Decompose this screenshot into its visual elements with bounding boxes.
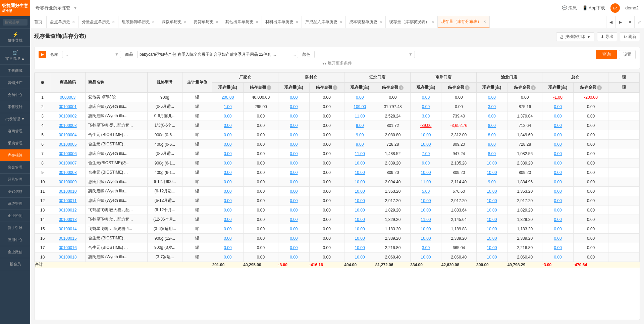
info-icon[interactable]: i — [465, 85, 470, 90]
col-chencuncang-qty[interactable]: 0.00 — [278, 149, 310, 158]
col-code[interactable]: 00100013 — [50, 215, 85, 224]
col-total-qty[interactable]: 0.00 — [542, 121, 574, 130]
print-btn[interactable]: 🖨 按模版打印 ▼ — [556, 32, 594, 41]
warehouse-input[interactable] — [64, 52, 115, 57]
col-jiangbei-qty[interactable]: 10.00 — [344, 215, 375, 224]
col-total-qty[interactable]: -1.00 — [542, 93, 574, 102]
nav-expand-btn[interactable]: ⤢ — [635, 16, 644, 28]
col-chencuncang-qty[interactable]: 0.00 — [278, 102, 310, 111]
col-nanan-qty[interactable]: 10.00 — [410, 205, 441, 215]
info-icon[interactable]: i — [267, 85, 271, 90]
col-chencuncang-qty[interactable]: 0.00 — [278, 130, 310, 140]
refresh-btn[interactable]: ↻ 刷新 — [620, 32, 640, 41]
col-jiangbei-qty[interactable]: 11.00 — [344, 149, 375, 158]
col-chencuncang-qty[interactable]: 0.00 — [278, 196, 310, 205]
col-total-qty[interactable]: 0.00 — [542, 140, 574, 149]
sidebar-item-system[interactable]: 系统管理 — [0, 198, 30, 210]
col-total-qty[interactable]: 0.00 — [542, 243, 574, 252]
col-yubei-qty[interactable]: 9.00 — [476, 177, 507, 187]
tab-stock-distribution[interactable]: 现存量（库存分布表） ✕ — [438, 16, 490, 28]
col-code[interactable]: 00100004 — [50, 130, 85, 140]
col-jiangbei-qty[interactable]: 0.00 — [344, 93, 375, 102]
sidebar-item-purchase[interactable]: 采购管理 — [0, 137, 30, 149]
col-code[interactable]: 00100002 — [50, 111, 85, 121]
sidebar-item-vip[interactable]: 畅会员 — [0, 258, 30, 270]
tab-home[interactable]: 首页 — [30, 16, 47, 28]
product-input[interactable] — [140, 52, 292, 57]
col-chencuncang-qty[interactable]: 0.00 — [278, 243, 310, 252]
close-icon[interactable]: ✕ — [112, 20, 115, 24]
sidebar-item-basics[interactable]: 基础信息 — [0, 186, 30, 198]
col-nanan-qty[interactable]: 10.00 — [410, 224, 441, 234]
close-icon[interactable]: ✕ — [339, 20, 342, 24]
close-icon[interactable]: ✕ — [483, 20, 486, 24]
col-changjiancang-qty[interactable]: 200.00 — [212, 93, 244, 102]
col-total-qty[interactable]: 0.00 — [542, 224, 574, 234]
col-nanan-qty[interactable]: 7.00 — [410, 149, 441, 158]
tab-stock-status[interactable]: 现存量（库存状况表） ✕ — [386, 16, 438, 28]
col-total-qty[interactable]: 0.00 — [542, 130, 574, 140]
sidebar-item-wholesale[interactable]: 批发管理 ▼ — [0, 113, 30, 125]
close-icon[interactable]: ✕ — [72, 20, 75, 24]
tab-assembly-history[interactable]: 组装拆卸单历史 ✕ — [118, 16, 158, 28]
close-icon[interactable]: ✕ — [216, 20, 218, 24]
filter-collapse-btn[interactable]: ▶ — [39, 51, 46, 58]
col-total-qty[interactable]: 0.00 — [542, 111, 574, 121]
col-jiangbei-qty[interactable]: 10.00 — [344, 234, 375, 243]
store-dropdown-icon[interactable]: ▼ — [73, 5, 77, 10]
col-yubei-qty[interactable]: 10.00 — [476, 224, 507, 234]
col-yubei-qty[interactable]: 10.00 — [476, 187, 507, 196]
col-nanan-qty[interactable]: 0.00 — [410, 93, 441, 102]
tab-inventory-check-history[interactable]: 盘点单历史 ✕ — [47, 16, 78, 28]
col-nanan-qty[interactable]: 3.00 — [410, 243, 441, 252]
col-chencuncang-qty[interactable]: 0.00 — [278, 215, 310, 224]
warehouse-dropdown-icon[interactable]: ▼ — [115, 52, 119, 57]
close-icon[interactable]: ✕ — [152, 20, 155, 24]
col-yubei-qty[interactable]: 10.00 — [476, 196, 507, 205]
col-chencuncang-qty[interactable]: 0.00 — [278, 187, 310, 196]
col-total-qty[interactable]: 0.00 — [542, 187, 574, 196]
col-yubei-qty[interactable]: 8.00 — [476, 149, 507, 158]
col-yubei-qty[interactable]: 9.00 — [476, 140, 507, 149]
col-chencuncang-qty[interactable]: 0.00 — [278, 177, 310, 187]
query-btn[interactable]: 查询 — [596, 50, 617, 59]
info-icon[interactable]: i — [333, 85, 337, 90]
sidebar-item-marketing[interactable]: 营销推广 — [0, 77, 30, 89]
sidebar-item-retail-mall[interactable]: 零售商城 — [0, 65, 30, 77]
col-total-qty[interactable]: 0.00 — [542, 149, 574, 158]
col-yubei-qty[interactable]: 10.00 — [476, 168, 507, 177]
info-icon[interactable]: i — [597, 85, 602, 90]
col-nanan-qty[interactable]: 11.00 — [410, 215, 441, 224]
sidebar-item-retail-mgmt[interactable]: 🛒 零售管理 ▲ — [0, 47, 30, 65]
col-jiangbei-qty[interactable]: 11.00 — [344, 111, 375, 121]
col-chencuncang-qty[interactable]: 0.00 — [278, 205, 310, 215]
col-jiangbei-qty[interactable]: 9.00 — [344, 121, 375, 130]
col-chencuncang-qty[interactable]: 0.00 — [278, 234, 310, 243]
col-changjiancang-qty[interactable]: 0.00 — [212, 205, 244, 215]
col-changjiancang-qty[interactable]: 0.00 — [212, 252, 244, 262]
info-icon[interactable]: i — [399, 85, 404, 90]
col-changjiancang-qty[interactable]: 1.00 — [212, 102, 244, 111]
tab-material-out-history[interactable]: 材料出库单历史 ✕ — [262, 16, 302, 28]
col-code[interactable]: 00100016 — [50, 243, 85, 252]
col-changjiancang-qty[interactable]: 0.00 — [212, 224, 244, 234]
col-code[interactable]: 00100011 — [50, 196, 85, 205]
nav-prev-btn[interactable]: ◀ — [606, 16, 616, 28]
col-changjiancang-qty[interactable]: 0.00 — [212, 140, 244, 149]
sidebar-item-guide[interactable]: 新手引导 — [0, 222, 30, 234]
col-changjiancang-qty[interactable]: 0.00 — [212, 234, 244, 243]
message-btn[interactable]: 💬 消息 — [562, 5, 577, 11]
col-chencuncang-qty[interactable]: 0.00 — [278, 252, 310, 262]
tab-other-out-history[interactable]: 其他出库单历史 ✕ — [222, 16, 262, 28]
tab-order-history[interactable]: 要货单历史 ✕ — [190, 16, 222, 28]
col-total-qty[interactable]: 0.00 — [542, 158, 574, 168]
col-yubei-qty[interactable]: 10.00 — [476, 158, 507, 168]
col-jiangbei-qty[interactable]: 9.00 — [344, 130, 375, 140]
sidebar-item-appcenter[interactable]: 应用中心 — [0, 234, 30, 246]
col-nanan-qty[interactable]: 10.00 — [410, 168, 441, 177]
col-changjiancang-qty[interactable]: 0.00 — [212, 121, 244, 130]
col-changjiancang-qty[interactable]: 0.00 — [212, 168, 244, 177]
sidebar-item-inventory[interactable]: 库存核算 — [0, 149, 30, 161]
col-jiangbei-qty[interactable]: 10.00 — [344, 158, 375, 168]
sidebar-item-members[interactable]: 会员中心 — [0, 89, 30, 101]
